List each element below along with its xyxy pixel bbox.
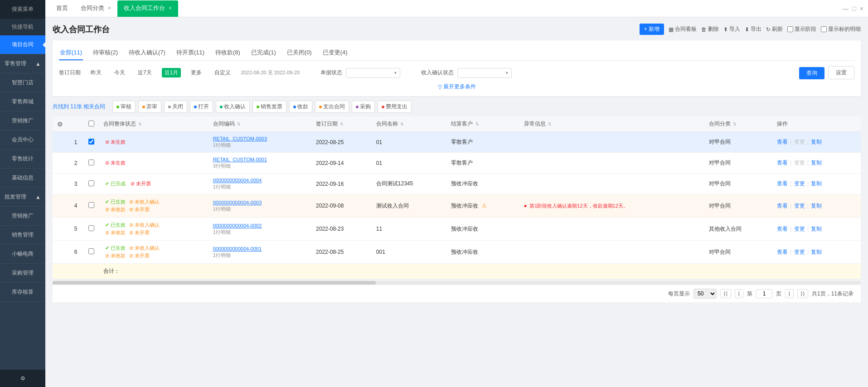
status-tab-completed[interactable]: 已完成(1) xyxy=(250,46,277,60)
action-abandon[interactable]: 弃审 xyxy=(138,101,161,113)
row2-code-link[interactable]: RETAIL_CUSTOM-0001 xyxy=(213,157,267,162)
date-last7days[interactable]: 近7天 xyxy=(135,68,155,77)
sidebar-item-purchase[interactable]: 采购管理 xyxy=(0,264,45,283)
close-window-icon[interactable]: × xyxy=(860,5,863,12)
tab-contract-cat[interactable]: 合同分类 × xyxy=(74,0,117,17)
row3-checkbox[interactable] xyxy=(88,180,94,186)
status-tab-pending-income[interactable]: 待收入确认(7) xyxy=(128,46,166,60)
row4-copy[interactable]: 复制 xyxy=(811,203,822,209)
contract-board-button[interactable]: ▦ 合同看板 xyxy=(669,25,697,33)
sidebar-item-marketing[interactable]: 营销推广 xyxy=(0,111,45,131)
action-review[interactable]: 审核 xyxy=(112,101,136,113)
delete-button[interactable]: 🗑 删除 xyxy=(701,25,719,33)
refresh-button[interactable]: ↻ 刷新 xyxy=(766,25,783,33)
date-yesterday[interactable]: 昨天 xyxy=(88,68,104,77)
horizontal-scrollbar[interactable] xyxy=(53,281,861,285)
row6-change[interactable]: 变更 xyxy=(794,249,805,255)
query-button[interactable]: 查询 xyxy=(799,67,824,79)
row6-view[interactable]: 查看 xyxy=(777,249,788,255)
show-stages-checkbox[interactable]: 显示阶段 xyxy=(787,25,816,33)
action-close[interactable]: 关闭 xyxy=(164,101,187,113)
tab-income-workbench-close[interactable]: × xyxy=(169,5,172,11)
filter-setting-button[interactable]: 设置 xyxy=(828,66,854,79)
income-confirm-select[interactable] xyxy=(457,68,512,78)
row4-code-link[interactable]: 0000000000004-0003 xyxy=(213,200,262,205)
sidebar-item-retail-stats[interactable]: 零售统计 xyxy=(0,150,45,169)
sidebar-item-smart-store[interactable]: 智慧门店 xyxy=(0,73,45,92)
row6-code-link[interactable]: 0000000000004-0001 xyxy=(213,246,262,252)
page-number-input[interactable] xyxy=(756,289,772,298)
sidebar-quick-nav[interactable]: 快捷导航 xyxy=(0,19,45,35)
row1-view[interactable]: 查看 xyxy=(777,139,788,145)
row3-change[interactable]: 变更 xyxy=(794,180,805,187)
page-size-select[interactable]: 50 10 20 100 xyxy=(693,289,717,299)
sort-overall-status[interactable]: ⇅ xyxy=(138,122,142,126)
row2-copy[interactable]: 复制 xyxy=(811,160,822,166)
status-tab-pending-review[interactable]: 待审核(2) xyxy=(92,46,119,60)
sidebar-item-sales-mgmt[interactable]: 销售管理 xyxy=(0,226,45,245)
maximize-icon[interactable]: □ xyxy=(852,5,856,12)
sidebar-item-marketing2[interactable]: 营销推广 xyxy=(0,207,45,226)
status-tab-closed[interactable]: 已关闭(0) xyxy=(286,46,313,60)
tab-home[interactable]: 首页 xyxy=(50,0,74,17)
sort-sign-date[interactable]: ⇅ xyxy=(340,122,344,126)
sidebar-item-xiaochangec[interactable]: 小畅电商 xyxy=(0,245,45,264)
sidebar-item-member[interactable]: 会员中心 xyxy=(0,131,45,150)
row5-change[interactable]: 变更 xyxy=(794,226,805,232)
minimize-icon[interactable]: — xyxy=(842,5,849,12)
action-income-confirm[interactable]: 收入确认 xyxy=(216,101,250,113)
row4-checkbox[interactable] xyxy=(88,202,94,208)
sort-exception-info[interactable]: ⇅ xyxy=(548,122,552,126)
action-sales-invoice[interactable]: 销售发票 xyxy=(252,101,286,113)
row3-code-link[interactable]: 0000000000004-0004 xyxy=(213,178,262,183)
row4-change[interactable]: 变更 xyxy=(794,203,805,209)
row1-copy[interactable]: 复制 xyxy=(811,139,822,145)
date-custom[interactable]: 自定义 xyxy=(212,68,233,77)
sidebar-search[interactable]: 搜索菜单 xyxy=(0,0,45,19)
row5-code-link[interactable]: 0000000000004-0002 xyxy=(213,223,262,228)
doc-status-select[interactable] xyxy=(346,68,400,78)
status-tab-pending-collection[interactable]: 待收款(8) xyxy=(214,46,241,60)
add-button[interactable]: + 新增 xyxy=(640,24,664,35)
sidebar-item-wholesale-mgmt[interactable]: 批发管理 ▲ xyxy=(0,188,45,207)
row5-view[interactable]: 查看 xyxy=(777,226,788,232)
status-tab-changed[interactable]: 已变更(4) xyxy=(322,46,349,60)
tab-income-workbench[interactable]: 收入合同工作台 × xyxy=(117,0,178,17)
import-button[interactable]: ⬆ 导入 xyxy=(723,25,740,33)
export-button[interactable]: ⬇ 导出 xyxy=(745,25,761,33)
date-today[interactable]: 今天 xyxy=(112,68,128,77)
row3-view[interactable]: 查看 xyxy=(777,180,788,187)
sidebar-item-retail-mall[interactable]: 零售商城 xyxy=(0,92,45,111)
prev-page-button[interactable]: ⟨ xyxy=(735,289,743,298)
sidebar-item-retail-mgmt[interactable]: 零售管理 ▲ xyxy=(0,54,45,73)
row4-view[interactable]: 查看 xyxy=(777,203,788,209)
sidebar-item-project[interactable]: 项目合同 xyxy=(0,35,45,54)
show-marked-checkbox[interactable]: 显示标的明细 xyxy=(821,25,861,33)
sort-settlement-customer[interactable]: ⇅ xyxy=(475,122,479,126)
sidebar-settings[interactable]: ⚙ xyxy=(0,370,45,387)
action-purchase[interactable]: 采购 xyxy=(352,101,375,113)
action-collect[interactable]: 收款 xyxy=(289,101,312,113)
gear-icon[interactable]: ⚙ xyxy=(57,121,63,128)
select-all-checkbox[interactable] xyxy=(88,121,94,126)
tab-contract-cat-close[interactable]: × xyxy=(108,5,112,11)
row5-checkbox[interactable] xyxy=(88,225,94,231)
action-expense[interactable]: 费用支出 xyxy=(378,101,412,113)
status-tab-all[interactable]: 全部(11) xyxy=(59,46,83,60)
row5-copy[interactable]: 复制 xyxy=(811,226,822,232)
row2-checkbox[interactable] xyxy=(88,160,94,165)
expand-more-conditions[interactable]: ▽ 展开更多条件 xyxy=(438,83,476,91)
row1-checkbox[interactable] xyxy=(88,139,94,145)
row6-checkbox[interactable] xyxy=(88,248,94,254)
sidebar-item-stock[interactable]: 库存核算 xyxy=(0,283,45,302)
date-more[interactable]: 更多 xyxy=(188,68,204,77)
last-page-button[interactable]: ⟩⟩ xyxy=(797,289,808,298)
status-tab-pending-invoice[interactable]: 待开票(11) xyxy=(175,46,205,60)
next-page-button[interactable]: ⟩ xyxy=(785,289,794,298)
action-out-contract[interactable]: 支出合同 xyxy=(315,101,349,113)
row6-copy[interactable]: 复制 xyxy=(811,249,822,255)
sort-contract-code[interactable]: ⇅ xyxy=(237,122,241,126)
first-page-button[interactable]: ⟨⟨ xyxy=(720,289,731,298)
action-open[interactable]: 打开 xyxy=(190,101,213,113)
sort-contract-type[interactable]: ⇅ xyxy=(733,122,737,126)
